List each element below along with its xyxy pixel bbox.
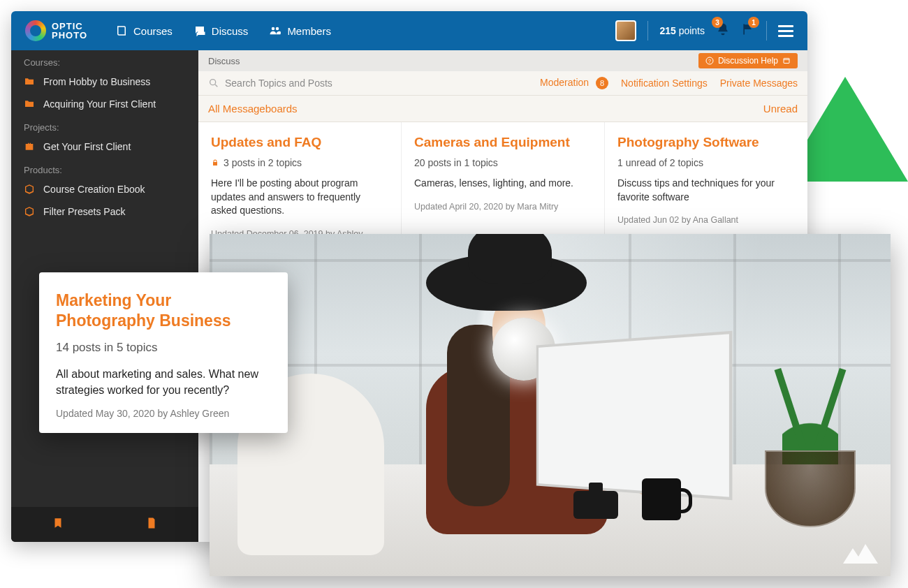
moderation-link[interactable]: Moderation 8 xyxy=(540,77,608,89)
svg-point-4 xyxy=(210,80,216,85)
folder-icon xyxy=(24,98,35,110)
bookmark-icon xyxy=(52,517,64,529)
all-messageboards-link[interactable]: All Messageboards xyxy=(208,103,298,115)
watermark-icon xyxy=(843,543,878,566)
messages-button[interactable]: 1 xyxy=(741,22,755,39)
document-icon xyxy=(145,517,158,529)
sidebar-item-project1[interactable]: Get Your First Client xyxy=(11,135,198,158)
brand-line2: PHOTO xyxy=(52,31,87,40)
private-messages-link[interactable]: Private Messages xyxy=(720,78,798,89)
nav-discuss-label: Discuss xyxy=(212,25,249,37)
photo-monitor xyxy=(536,331,733,501)
nav-members[interactable]: Members xyxy=(269,24,331,37)
board-updated: Updated April 20, 2020 by Mara Mitry xyxy=(414,202,592,212)
svg-line-5 xyxy=(215,84,217,87)
board-meta: 1 unread of 2 topics xyxy=(617,157,703,168)
header-right: 215 points 3 1 xyxy=(615,20,793,41)
sidebar-item-label: From Hobby to Business xyxy=(43,76,150,87)
board-desc: Here I'll be posting about program updat… xyxy=(211,177,388,218)
header-separator-2 xyxy=(766,21,767,41)
logo-swirl-icon xyxy=(25,20,46,41)
help-label: Discussion Help xyxy=(718,56,778,66)
board-meta: 3 posts in 2 topics xyxy=(224,157,302,168)
header-bar: OPTIC PHOTO Courses Discuss Members 215 xyxy=(11,11,807,50)
svg-rect-2 xyxy=(784,59,789,64)
members-icon xyxy=(269,24,281,37)
unread-link[interactable]: Unread xyxy=(763,103,798,115)
hero-photo xyxy=(210,234,891,576)
nav-members-label: Members xyxy=(287,25,331,37)
board-card-updated: Updated May 30, 2020 by Ashley Green xyxy=(56,408,271,419)
board-card-title: Marketing Your Photography Business xyxy=(56,291,271,331)
document-button[interactable] xyxy=(145,517,158,532)
panel-title-bar: Discuss ? Discussion Help xyxy=(198,50,807,71)
notifications-button[interactable]: 3 xyxy=(716,22,730,39)
box-icon xyxy=(24,184,35,195)
box-icon xyxy=(24,206,35,217)
svg-text:?: ? xyxy=(708,59,711,64)
sidebar-item-label: Course Creation Ebook xyxy=(43,184,145,195)
nav-discuss[interactable]: Discuss xyxy=(193,24,249,37)
notification-settings-link[interactable]: Notification Settings xyxy=(621,78,708,89)
moderation-count: 8 xyxy=(596,77,608,89)
photo-camera xyxy=(573,491,618,519)
sidebar-item-course1[interactable]: From Hobby to Business xyxy=(11,71,198,93)
messages-badge: 1 xyxy=(748,17,759,28)
sidebar-section-products: Products: xyxy=(11,158,198,178)
board-desc: Cameras, lenses, lighting, and more. xyxy=(414,177,592,191)
brand-logo[interactable]: OPTIC PHOTO xyxy=(25,20,87,41)
book-icon xyxy=(115,24,128,37)
brand-text: OPTIC PHOTO xyxy=(52,22,87,40)
nav-courses[interactable]: Courses xyxy=(115,24,173,37)
header-separator xyxy=(647,21,648,41)
points-label: points xyxy=(679,25,705,36)
board-title: Updates and FAQ xyxy=(211,135,388,150)
board-card-desc: All about marketing and sales. What new … xyxy=(56,366,271,398)
photo-mug xyxy=(642,478,681,520)
user-points[interactable]: 215 points xyxy=(659,25,705,36)
main-nav: Courses Discuss Members xyxy=(115,24,331,37)
sidebar-item-label: Acquiring Your First Client xyxy=(43,98,156,110)
sidebar-item-product1[interactable]: Course Creation Ebook xyxy=(11,178,198,200)
points-value: 215 xyxy=(659,25,675,36)
search-input[interactable]: Search Topics and Posts xyxy=(208,78,332,89)
search-placeholder: Search Topics and Posts xyxy=(225,78,332,89)
sidebar-section-courses: Courses: xyxy=(11,50,198,71)
sidebar-item-label: Get Your First Client xyxy=(43,141,131,152)
sidebar-item-course2[interactable]: Acquiring Your First Client xyxy=(11,93,198,115)
board-title: Photography Software xyxy=(617,135,795,150)
help-icon: ? xyxy=(705,57,714,65)
menu-button[interactable] xyxy=(778,25,793,37)
bookmark-button[interactable] xyxy=(52,517,64,532)
board-title: Cameras and Equipment xyxy=(414,135,592,150)
sidebar-section-projects: Projects: xyxy=(11,115,198,135)
board-desc: Discuss tips and techniques for your fav… xyxy=(617,177,795,204)
discuss-toolbar: Search Topics and Posts Moderation 8 Not… xyxy=(198,71,807,96)
user-avatar[interactable] xyxy=(615,20,636,41)
window-icon xyxy=(782,57,791,65)
nav-courses-label: Courses xyxy=(133,25,173,37)
board-updated: Updated Jun 02 by Ana Gallant xyxy=(617,215,795,225)
folder-icon xyxy=(24,76,35,87)
discussion-help-button[interactable]: ? Discussion Help xyxy=(698,53,798,68)
sidebar-item-product2[interactable]: Filter Presets Pack xyxy=(11,200,198,223)
boards-header: All Messageboards Unread xyxy=(198,96,807,122)
board-meta: 20 posts in 1 topics xyxy=(414,157,498,168)
board-card-marketing[interactable]: Marketing Your Photography Business 14 p… xyxy=(39,272,288,433)
briefcase-icon xyxy=(24,141,35,152)
search-icon xyxy=(208,78,219,89)
notifications-badge: 3 xyxy=(712,17,723,28)
photo-plant xyxy=(751,367,870,527)
lock-icon xyxy=(211,159,219,167)
sidebar-bottom xyxy=(11,507,198,542)
board-card-meta: 14 posts in 5 topics xyxy=(56,341,271,355)
panel-title: Discuss xyxy=(208,56,240,66)
chat-icon xyxy=(193,24,206,37)
sidebar-item-label: Filter Presets Pack xyxy=(43,206,125,217)
moderation-label: Moderation xyxy=(540,77,589,88)
